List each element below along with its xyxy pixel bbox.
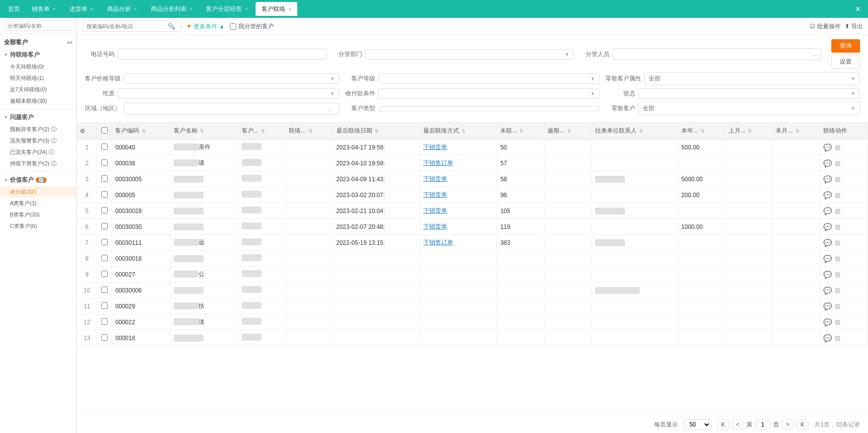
sidebar-item-7day-pending[interactable]: 近7天待联络(0) <box>0 84 76 95</box>
category-search-input[interactable] <box>4 21 77 31</box>
first-page-btn[interactable]: K <box>717 420 729 430</box>
action-message-icon[interactable]: 💬 <box>823 144 832 151</box>
filter-customer-type-select[interactable] <box>378 106 600 111</box>
row-checkbox[interactable] <box>101 271 108 277</box>
sidebar-item-class-c[interactable]: C类客户(6) <box>0 220 76 232</box>
row-checkbox[interactable] <box>101 159 108 166</box>
last-page-btn[interactable]: K <box>797 420 808 430</box>
col-company-contact[interactable]: 往来单位联系人 ⇅ <box>592 123 678 140</box>
filter-customer-level-select[interactable]: ▼ <box>378 73 600 84</box>
action-grid-icon[interactable]: ⊞ <box>835 302 841 310</box>
filter-person-select[interactable]: ... <box>612 48 821 60</box>
nav-tab-customer-contact[interactable]: 客户联络 × <box>256 2 297 16</box>
action-grid-icon[interactable]: ⊞ <box>835 207 841 215</box>
col-last-type[interactable]: 最后联络方式 ⇅ <box>420 123 497 140</box>
sidebar-item-today-pending[interactable]: 今天待联络(0) <box>0 61 76 72</box>
sidebar-collapse-icon[interactable]: «» <box>67 40 72 45</box>
prev-page-btn[interactable]: < <box>732 420 743 430</box>
group-value-customers[interactable]: ▼ 价值客户 🔄 <box>0 174 76 186</box>
nav-tab-purchase[interactable]: 进货单 × <box>64 2 99 16</box>
action-message-icon[interactable]: 💬 <box>823 302 832 310</box>
nav-home[interactable]: 首页 <box>4 5 24 13</box>
window-close-button[interactable]: ✕ <box>852 5 864 13</box>
reset-button[interactable]: 设置 <box>831 55 860 69</box>
action-grid-icon[interactable]: ⊞ <box>835 144 841 151</box>
col-this-year[interactable]: 本年... ⇅ <box>678 123 725 140</box>
sidebar-item-tomorrow-pending[interactable]: 明天待联络(1) <box>0 72 76 84</box>
group-problem-customers[interactable]: ▼ 问题客户 <box>0 111 76 124</box>
filter-person-dots[interactable]: ... <box>812 51 817 58</box>
query-button[interactable]: 查询 <box>831 39 860 53</box>
sidebar-item-churned[interactable]: 已流失客户(24) ⓘ <box>0 146 76 158</box>
action-message-icon[interactable]: 💬 <box>823 223 832 231</box>
export-btn[interactable]: ⬆ 导出 <box>845 22 863 31</box>
action-message-icon[interactable]: 💬 <box>823 175 832 183</box>
filter-area-dots[interactable]: ... <box>328 105 333 112</box>
action-grid-icon[interactable]: ⊞ <box>835 287 841 294</box>
action-grid-icon[interactable]: ⊞ <box>835 223 841 231</box>
action-message-icon[interactable]: 💬 <box>823 159 832 167</box>
row-checkbox[interactable] <box>101 318 108 325</box>
page-size-select[interactable]: 50 20 100 <box>684 419 711 430</box>
action-message-icon[interactable]: 💬 <box>823 239 832 247</box>
nav-tab-analysis-list[interactable]: 商品分析列表 × <box>145 2 199 16</box>
action-grid-icon[interactable]: ⊞ <box>835 159 841 167</box>
group-pending-contact[interactable]: ▼ 待联络客户 <box>0 49 76 61</box>
nav-tab-analysis-close[interactable]: × <box>134 6 137 12</box>
col-no-contact[interactable]: 未联... ⇅ <box>497 123 544 140</box>
col-last-month[interactable]: 上月... ⇅ <box>726 123 773 140</box>
row-checkbox[interactable] <box>101 207 108 214</box>
action-grid-icon[interactable]: ⊞ <box>835 255 841 263</box>
search-input[interactable] <box>86 23 166 29</box>
action-grid-icon[interactable]: ⊞ <box>835 239 841 247</box>
action-message-icon[interactable]: 💬 <box>823 255 832 263</box>
filter-dept-select[interactable]: ▼ <box>365 49 574 60</box>
more-conditions-btn[interactable]: ▼ 更多条件 ▲ <box>186 22 225 31</box>
col-name[interactable]: 客户名称 ⇅ <box>170 123 238 140</box>
action-message-icon[interactable]: 💬 <box>823 271 832 279</box>
filter-phone-input[interactable] <box>118 49 327 60</box>
filter-retail-attr-select[interactable]: 全部 ▼ <box>644 72 860 85</box>
nav-tab-purchase-close[interactable]: × <box>90 6 93 12</box>
row-checkbox[interactable] <box>101 287 108 293</box>
action-grid-icon[interactable]: ⊞ <box>835 271 841 279</box>
contact-type-link[interactable]: 下销货单 <box>423 144 447 150</box>
sidebar-item-declining[interactable]: 持续下滑客户(2) ⓘ <box>0 158 76 169</box>
next-page-btn[interactable]: > <box>782 420 794 430</box>
filter-price-level-select[interactable]: ▼ <box>124 73 339 84</box>
sidebar-item-abnormal[interactable]: 囤购异常客户(2) ⓘ <box>0 124 76 135</box>
row-checkbox[interactable] <box>101 175 108 182</box>
col-type[interactable]: 客户... ⇅ <box>239 123 286 140</box>
row-checkbox[interactable] <box>101 191 108 198</box>
contact-type-link[interactable]: 下销货单 <box>423 207 447 214</box>
nav-tab-analysis-list-close[interactable]: × <box>190 6 193 12</box>
sidebar-item-churn-warning[interactable]: 流失预警客户(3) ⓘ <box>0 135 76 146</box>
sidebar-item-class-a[interactable]: A类客户(1) <box>0 198 76 209</box>
col-this-month[interactable]: 本月... ⇅ <box>773 123 820 140</box>
nav-tab-customer-tier[interactable]: 客户分层经营 × <box>200 2 254 16</box>
sidebar-item-overdue-pending[interactable]: 逾期未联络(30) <box>0 95 76 107</box>
action-message-icon[interactable]: 💬 <box>823 207 832 215</box>
action-message-icon[interactable]: 💬 <box>823 334 832 342</box>
row-checkbox[interactable] <box>101 239 108 245</box>
nav-tab-customer-contact-close[interactable]: × <box>288 6 291 12</box>
filter-retail-customer-select[interactable]: 全部 ▼ <box>638 102 860 115</box>
action-grid-icon[interactable]: ⊞ <box>835 318 841 326</box>
contact-type-link[interactable]: 下销货单 <box>423 223 447 230</box>
col-code[interactable]: 客户编码 ⇅ <box>112 123 170 140</box>
nav-tab-sales[interactable]: 销售单 × <box>26 2 62 16</box>
search-icon[interactable]: 🔍 <box>168 23 175 30</box>
my-customers-checkbox[interactable] <box>230 23 236 30</box>
action-message-icon[interactable]: 💬 <box>823 287 832 294</box>
action-grid-icon[interactable]: ⊞ <box>835 334 841 342</box>
filter-payment-select[interactable]: ▼ <box>378 88 600 99</box>
batch-ops-btn[interactable]: ☑ 批量操作 <box>810 22 841 31</box>
page-number-input[interactable] <box>755 420 770 430</box>
action-grid-icon[interactable]: ⊞ <box>835 175 841 183</box>
all-customers-header[interactable]: 全部客户 «» <box>0 34 76 49</box>
filter-status-select[interactable]: ▼ <box>638 88 860 99</box>
contact-type-link[interactable]: 下销货单 <box>423 175 447 182</box>
filter-area-select[interactable]: ... <box>124 103 339 115</box>
nav-tab-analysis[interactable]: 商品分析 × <box>101 2 143 16</box>
select-all-checkbox[interactable] <box>101 127 108 134</box>
